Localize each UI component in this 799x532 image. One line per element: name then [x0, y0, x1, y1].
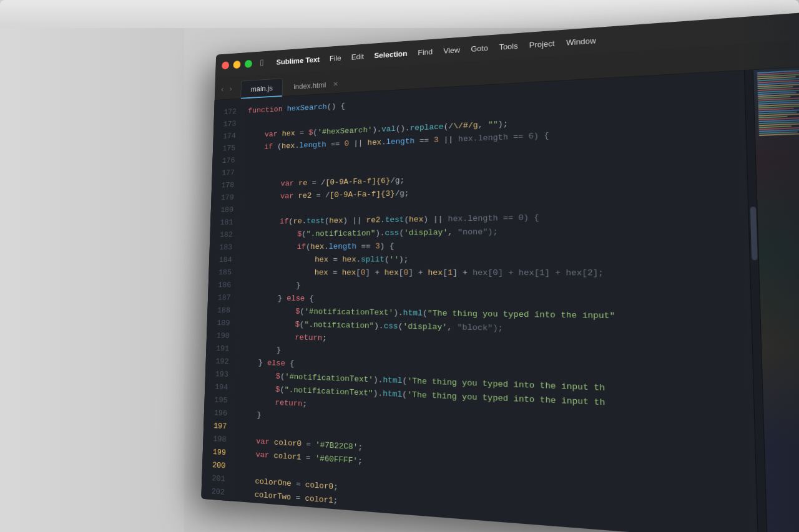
line-num-184: 184	[218, 254, 232, 266]
line-num-188: 188	[217, 304, 230, 317]
line-num-199: 199	[212, 446, 226, 460]
code-content: function hexSearch() { var hex = $('#hex…	[231, 70, 758, 532]
line-num-173: 173	[223, 118, 237, 130]
line-num-194: 194	[215, 381, 228, 395]
menu-item-tools[interactable]: Tools	[499, 41, 518, 51]
editor: 172 173 174 175 176 177 178 179 180 181 …	[201, 66, 799, 532]
line-num-191: 191	[216, 342, 229, 355]
line-num-200: 200	[212, 459, 226, 473]
tab-main-js-label: main.js	[251, 84, 273, 93]
line-num-175: 175	[222, 142, 235, 155]
menu-item-selection[interactable]: Selection	[374, 49, 407, 59]
line-num-179: 179	[221, 191, 234, 204]
line-num-201: 201	[212, 472, 225, 486]
laptop-wrapper:  Sublime Text File Edit Selection Find …	[0, 0, 799, 532]
line-num-190: 190	[217, 330, 230, 343]
menu-item-view[interactable]: View	[443, 45, 460, 55]
line-num-203: 203	[211, 498, 225, 513]
line-num-187: 187	[218, 292, 231, 305]
line-num-198: 198	[213, 433, 227, 447]
line-num-189: 189	[217, 317, 230, 330]
code-area: 172 173 174 175 176 177 178 179 180 181 …	[201, 70, 758, 532]
line-num-186: 186	[218, 279, 231, 291]
line-num-185: 185	[218, 266, 232, 279]
maximize-button[interactable]	[245, 60, 252, 68]
menu-item-file[interactable]: File	[330, 54, 341, 63]
line-num-181: 181	[220, 216, 233, 229]
laptop-frame-left	[0, 28, 184, 532]
menu-item-project[interactable]: Project	[529, 39, 555, 49]
minimize-button[interactable]	[233, 60, 240, 69]
line-num-202: 202	[211, 485, 225, 500]
minimap-lines	[757, 66, 799, 139]
apple-icon: 	[260, 58, 263, 68]
tab-main-js[interactable]: main.js	[240, 78, 283, 98]
nav-forward-icon[interactable]: ›	[229, 84, 232, 93]
line-num-192: 192	[215, 355, 228, 368]
line-num-178: 178	[221, 179, 234, 191]
line-num-182: 182	[220, 229, 233, 241]
traffic-lights	[222, 60, 252, 70]
line-num-177: 177	[222, 167, 235, 180]
screen-container:  Sublime Text File Edit Selection Find …	[201, 11, 799, 532]
line-num-195: 195	[214, 394, 228, 407]
code-line-185: hex = hex[0] + hex[0] + hex[1] + hex[0] …	[243, 266, 735, 281]
close-button[interactable]	[222, 61, 229, 69]
line-num-172: 172	[223, 106, 237, 119]
tab-close-icon[interactable]: ✕	[331, 80, 340, 88]
menu-item-app[interactable]: Sublime Text	[276, 55, 320, 66]
menu-item-window[interactable]: Window	[566, 36, 596, 47]
line-num-197: 197	[213, 420, 227, 433]
code-line-184: hex = hex.split('');	[243, 251, 735, 266]
menu-item-goto[interactable]: Goto	[471, 43, 488, 53]
line-num-174: 174	[223, 130, 236, 143]
line-num-196: 196	[214, 407, 228, 420]
nav-back-icon[interactable]: ‹	[221, 84, 224, 94]
line-num-193: 193	[215, 368, 229, 381]
line-num-176: 176	[222, 155, 235, 167]
menu-item-find[interactable]: Find	[418, 47, 433, 57]
line-num-180: 180	[220, 204, 233, 216]
menu-item-edit[interactable]: Edit	[351, 52, 364, 61]
line-num-183: 183	[219, 241, 232, 254]
tab-index-html-label: index.html	[293, 80, 326, 91]
